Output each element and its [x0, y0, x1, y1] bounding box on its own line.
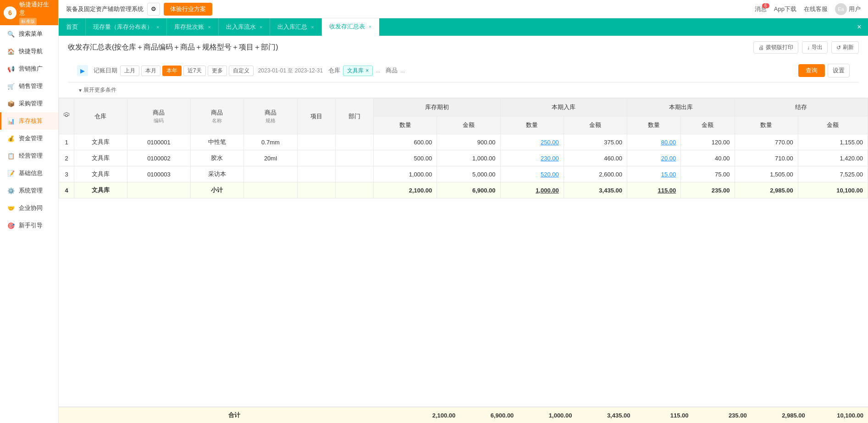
tab-inout-flow[interactable]: 出入库流水 × [219, 18, 270, 36]
goods-more[interactable]: ... [400, 67, 405, 74]
date-btn-last-month[interactable]: 上月 [120, 66, 139, 76]
filter-toggle-button[interactable]: ▶ [77, 65, 88, 76]
date-btn-this-year[interactable]: 本年 [162, 66, 182, 76]
tab-close-icon[interactable]: × [311, 24, 314, 30]
export-icon: ↓ [807, 44, 810, 51]
row-open-amt: 900.00 [437, 134, 500, 150]
notification-button[interactable]: 消息 6 [755, 5, 767, 13]
warehouse-more[interactable]: ... [376, 67, 380, 74]
row-in-qty[interactable]: 230.00 [500, 150, 564, 166]
sidebar-item-inventory[interactable]: 📊 库存核算 [0, 112, 58, 130]
subtotal-in-qty: 1,000.00 [500, 182, 564, 198]
date-btn-7days[interactable]: 近7天 [183, 66, 206, 76]
sidebar-item-basic-info[interactable]: 📝 基础信息 [0, 165, 58, 182]
row-name: 胶水 [191, 150, 244, 166]
page-actions: 🖨 拨锁版打印 ↓ 导出 ↺ 刷新 [753, 41, 859, 54]
print-button[interactable]: 🖨 拨锁版打印 [753, 41, 798, 54]
sidebar-item-purchase[interactable]: 📦 采购管理 [0, 95, 58, 112]
row-out-qty[interactable]: 20.00 [627, 150, 680, 166]
sidebar-item-label: 销售管理 [19, 82, 43, 90]
app-download-button[interactable]: App下载 [774, 5, 796, 13]
tab-close-icon[interactable]: × [369, 24, 371, 29]
footer-bal-amt: 10,100.00 [810, 411, 868, 419]
col-code-header: 商品编码 [127, 99, 190, 134]
col-out-amt-header: 金额 [681, 116, 735, 134]
col-open-qty-header: 数量 [374, 116, 437, 134]
row-in-qty[interactable]: 520.00 [500, 166, 564, 182]
user-menu[interactable]: Ea 用户 [835, 3, 861, 15]
refresh-button[interactable]: ↺ 刷新 [831, 41, 859, 54]
subtotal-in-amt: 3,435.00 [564, 182, 627, 198]
sidebar-item-search[interactable]: 🔍 搜索菜单 [0, 25, 58, 43]
sidebar-item-newbie[interactable]: 🎯 新手引导 [0, 217, 58, 234]
date-btn-custom[interactable]: 自定义 [229, 66, 254, 76]
col-settings-header[interactable] [59, 99, 74, 134]
row-bal-amt: 1,420.00 [798, 150, 868, 166]
tab-home[interactable]: 首页 [59, 18, 86, 36]
subtotal-open-amt: 6,900.00 [437, 182, 500, 198]
row-open-qty: 600.00 [374, 134, 437, 150]
tab-label: 收发存汇总表 [329, 22, 365, 31]
online-service-button[interactable]: 在线客服 [804, 5, 828, 13]
sidebar-item-operations[interactable]: 📋 经营管理 [0, 147, 58, 165]
config-button[interactable]: ⚙ [147, 3, 160, 16]
data-table: 仓库 商品编码 商品名称 商品规格 项目 部门 库存期初 本期入库 本期出库 结… [59, 98, 868, 198]
tab-batch-ledger[interactable]: 库存批次账 × [167, 18, 218, 36]
operations-icon: 📋 [7, 152, 15, 160]
warehouse-tag-close[interactable]: × [365, 67, 369, 74]
sidebar-item-sales[interactable]: 🛒 销售管理 [0, 77, 58, 95]
col-name-header: 商品名称 [191, 99, 244, 134]
sidebar-item-system[interactable]: ⚙️ 系统管理 [0, 182, 58, 199]
page-header: 收发存汇总表(按仓库＋商品编码＋商品＋规格型号＋项目＋部门) 🖨 拨锁版打印 ↓… [59, 36, 868, 98]
tab-inout-summary[interactable]: 出入库汇总 × [270, 18, 321, 36]
trial-button[interactable]: 体验行业方案 [164, 3, 212, 16]
table-row: 2 文具库 0100002 胶水 20ml 500.00 1,000.00 23… [59, 150, 868, 166]
sidebar-item-marketing[interactable]: 📢 营销推广 [0, 60, 58, 77]
basic-info-icon: 📝 [7, 169, 15, 177]
row-in-amt: 2,600.00 [564, 166, 627, 182]
page-title: 收发存汇总表(按仓库＋商品编码＋商品＋规格型号＋项目＋部门) [68, 43, 278, 52]
subtotal-out-amt: 235.00 [681, 182, 735, 198]
date-btn-this-month[interactable]: 本月 [141, 66, 160, 76]
tab-recv-send-summary[interactable]: 收发存汇总表 × [322, 18, 379, 36]
expand-arrow-icon: ▾ [79, 87, 82, 93]
row-name: 中性笔 [191, 134, 244, 150]
row-out-qty[interactable]: 80.00 [627, 134, 680, 150]
logo-subtitle: 标准版 [19, 18, 37, 25]
tab-close-icon[interactable]: × [260, 24, 262, 30]
tab-close-icon[interactable]: × [156, 24, 159, 30]
tab-label: 出入库汇总 [277, 23, 307, 31]
date-btn-more[interactable]: 更多 [208, 66, 227, 76]
tab-bar-close-button[interactable]: × [851, 18, 868, 36]
table-container: 仓库 商品编码 商品名称 商品规格 项目 部门 库存期初 本期入库 本期出库 结… [59, 98, 868, 407]
subtotal-bal-amt: 10,100.00 [798, 182, 868, 198]
query-button[interactable]: 查询 [798, 64, 825, 77]
expand-more-label[interactable]: 展开更多条件 [83, 86, 116, 94]
row-code: 0100002 [127, 150, 190, 166]
notification-badge: 6 [762, 3, 769, 8]
col-out-header: 本期出库 [627, 99, 735, 116]
tab-close-icon[interactable]: × [208, 24, 210, 30]
header-right: 消息 6 App下载 在线客服 Ea 用户 [755, 3, 861, 15]
col-project-header: 项目 [298, 99, 336, 134]
settings-button[interactable]: 设置 [828, 64, 850, 77]
page-content: 收发存汇总表(按仓库＋商品编码＋商品＋规格型号＋项目＋部门) 🖨 拨锁版打印 ↓… [59, 36, 868, 423]
export-button[interactable]: ↓ 导出 [802, 41, 828, 54]
sidebar-item-quick-nav[interactable]: 🏠 快捷导航 [0, 43, 58, 60]
date-range: 2023-01-01 至 2023-12-31 [258, 67, 323, 75]
query-actions: 查询 设置 [798, 64, 850, 77]
row-warehouse: 文具库 [74, 166, 127, 182]
footer-in-qty: 1,000.00 [518, 411, 576, 419]
sidebar-item-label: 资金管理 [19, 134, 43, 143]
table-row: 3 文具库 0100003 采访本 1,000.00 5,000.00 520.… [59, 166, 868, 182]
sales-icon: 🛒 [7, 82, 15, 90]
row-out-qty[interactable]: 15.00 [627, 166, 680, 182]
col-balance-header: 结存 [735, 99, 868, 116]
row-in-amt: 375.00 [564, 134, 627, 150]
footer-open-qty: 2,100.00 [402, 411, 460, 419]
tab-inventory-dist[interactable]: 现存量（库存分布表） × [86, 18, 167, 36]
purchase-icon: 📦 [7, 99, 15, 108]
sidebar-item-finance[interactable]: 💰 资金管理 [0, 130, 58, 147]
sidebar-item-enterprise[interactable]: 🤝 企业协同 [0, 199, 58, 217]
row-in-qty[interactable]: 250.00 [500, 134, 564, 150]
